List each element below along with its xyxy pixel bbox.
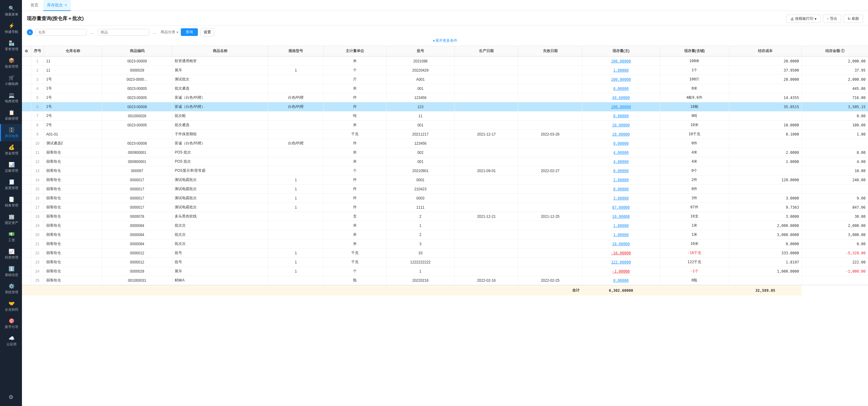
row-prod-date [455, 56, 518, 66]
sidebar-item-system[interactable]: ⚙️ 系统管理 [0, 280, 22, 298]
expand-conditions-button[interactable]: ▾ 展开更多条件 [433, 38, 457, 43]
sidebar-item-inventory[interactable]: 🗄️ 库存核查 [0, 124, 22, 141]
sidebar-item-basic[interactable]: ℹ️ 基础信息 [0, 263, 22, 280]
row-qty-aux: 0瓶 [660, 276, 729, 285]
row-qty-main[interactable]: 87.00000 [582, 203, 660, 212]
table-row[interactable]: 12 囍客给仓 000900001 POS 批次 米 001 4.00000 4… [22, 157, 868, 166]
sidebar-item-cloud[interactable]: ☁️ 云应用 [0, 332, 22, 350]
row-qty-main[interactable]: 4.00000 [582, 157, 660, 166]
table-row[interactable]: 5 1号 0023-00005 富诚（白色/钙橙） 白色/钙橙 件 123456… [22, 93, 868, 102]
row-qty-main[interactable]: 10.00000 [582, 212, 660, 221]
table-row[interactable]: 10 测试遴选2 0023-00008 富诚（白色/钙橙） 白色/钙橙 件 12… [22, 139, 868, 148]
filter-arrow-btn[interactable]: » [27, 29, 33, 35]
row-qty-main[interactable]: 1.00000 [582, 66, 660, 75]
table-row[interactable]: 7 2号 001000026 批次昵 吨 11 0.00000 0吨 0.00 [22, 111, 868, 121]
table-row[interactable]: 19 囍客给仓 0000084 批次次 米 1 1.00000 1米 2,000… [22, 221, 868, 230]
table-row[interactable]: 16 囍客给仓 0000017 测试电霸批次 1 件 0003 3.00000 … [22, 194, 868, 203]
row-batch: 20220216 [386, 276, 455, 285]
export-button[interactable]: ↑ 导出 [823, 14, 841, 23]
sidebar-item-quicknav[interactable]: ⚡ 快捷导航 [3, 20, 20, 37]
search-button[interactable]: 查询 [181, 28, 198, 36]
table-row[interactable]: 21 囍客给仓 0000084 批次次 米 3 10.00000 10米 0.0… [22, 239, 868, 248]
row-qty-main[interactable]: 100.00000 [582, 56, 660, 66]
table-row[interactable]: 2 11 0000029 展斥 1 个 20220429 1.00000 1个 … [22, 66, 868, 75]
table-row[interactable]: 14 囍客给仓 0000017 测试电霸批次 1 件 0001 2.00000 … [22, 175, 868, 184]
sidebar-item-collab[interactable]: 🤝 企业协同 [0, 298, 22, 315]
sidebar-item-ecommerce-small[interactable]: 🛒 小额电商 [0, 72, 22, 89]
table-row[interactable]: 18 囍客给仓 0000078 多头黑色软线 支 2 2021-12-21 20… [22, 212, 868, 221]
table-row[interactable]: 6 1号 0023-00008 富诚（白色/钙橙） 白色/钙橙 件 123 10… [22, 102, 868, 111]
table-row[interactable]: 3 1号 0023-0000… 测试批次 斤 A001 100.00000 10… [22, 75, 868, 84]
sidebar-item-retail[interactable]: 🏪 零售管理 [0, 37, 22, 55]
row-qty-main[interactable]: -1.00000 [582, 267, 660, 276]
row-qty-main[interactable]: 0.00000 [582, 139, 660, 148]
sidebar-item-wholesale[interactable]: 📦 批发管理 [0, 55, 22, 72]
row-code: 0000017 [102, 184, 172, 194]
table-row[interactable]: 1 11 0023-00009 软管通用炮管 米 2021098 100.000… [22, 56, 868, 66]
col-batch: 批号 [386, 46, 455, 56]
product-input[interactable] [98, 29, 149, 36]
sidebar-item-search[interactable]: 🔍 搜索菜单 [3, 2, 20, 20]
table-row[interactable]: 13 囍客给仓 000097 POS显示率/异常霸 个 20210901 202… [22, 166, 868, 175]
table-row[interactable]: 4 1号 0023-00005 批次遴选 米 001 0.00000 0米 44… [22, 84, 868, 93]
row-qty-main[interactable]: 100.00000 [582, 75, 660, 84]
row-qty-main[interactable]: 0.00000 [582, 166, 660, 175]
sidebar-item-guide[interactable]: 🎯 新手引导 [0, 315, 22, 332]
table-row[interactable]: 17 囍客给仓 0000017 测试电霸批次 1 件 1111 87.00000… [22, 203, 868, 212]
row-qty-main[interactable]: 100.00000 [582, 102, 660, 111]
row-qty-aux: 4船9.6件 [660, 93, 729, 102]
tab-inventory-batch[interactable]: 库存批次 × [43, 0, 71, 11]
row-qty-main[interactable]: 0.00000 [582, 276, 660, 285]
table-row[interactable]: 23 囍客给仓 0000012 批号 1 千克 1222222222 122.0… [22, 258, 868, 267]
table-row[interactable]: 8 2号 0023-00005 批次遴选 米 001 10.00000 10米 … [22, 121, 868, 130]
finance-icon: 💰 [8, 144, 14, 150]
row-prod-date [455, 175, 518, 184]
tab-home[interactable]: 首页 [26, 0, 43, 11]
sidebar-bottom: ⚙ [0, 391, 22, 406]
row-name: POS 批次 [172, 148, 268, 157]
row-qty-main[interactable]: 0.00000 [582, 184, 660, 194]
row-qty-main[interactable]: 1.00000 [582, 221, 660, 230]
set-button[interactable]: 设置 [200, 28, 214, 36]
sidebar-item-tax[interactable]: 📑 税务管理 [0, 194, 22, 211]
sidebar-item-salary[interactable]: 💵 工资 [0, 228, 22, 245]
row-warehouse: 2号 [43, 121, 102, 130]
table-row[interactable]: 24 囍客给仓 0000029 展斥 1 个 1 -1.00000 -1个 1,… [22, 267, 868, 276]
row-qty-main[interactable]: 0.00000 [582, 84, 660, 93]
row-qty-main[interactable]: 2.00000 [582, 175, 660, 184]
row-qty-main[interactable]: 0.00000 [582, 111, 660, 121]
col-warehouse: 仓库名称 [43, 46, 102, 56]
row-qty-main[interactable]: 122.00000 [582, 258, 660, 267]
sidebar-item-account[interactable]: 📊 总账管理 [0, 159, 22, 176]
retail-icon: 🏪 [8, 40, 14, 46]
row-exp-date [518, 102, 582, 111]
table-row[interactable]: 11 囍客给仓 000900001 POS 批次 米 002 4.00000 4… [22, 148, 868, 157]
print-button[interactable]: 🖨 按模板打印 ▾ [786, 14, 820, 23]
settings-button[interactable]: ⚙ [5, 391, 17, 404]
row-qty-main[interactable]: 10.00000 [582, 130, 660, 139]
row-qty-aux: 0吨 [660, 111, 729, 121]
table-row[interactable]: 9 A01-01 子件保质期组 千克 20211217 2021-12-17 2… [22, 130, 868, 139]
table-row[interactable]: 20 囍客给仓 0000084 批次次 米 2 1.00000 1米 3,000… [22, 230, 868, 239]
warehouse-input[interactable] [35, 29, 87, 36]
table-row[interactable]: 25 囍客给仓 001000031 鲜鲥A 瓶 20220216 2022-02… [22, 276, 868, 285]
row-qty-main[interactable]: 4.00000 [582, 148, 660, 157]
table-container[interactable]: ⚙ 序号 仓库名称 商品编码 商品名称 规格型号 主计量单位 批号 生产日期 失… [22, 46, 868, 406]
row-qty-main[interactable]: 3.00000 [582, 194, 660, 203]
refresh-button[interactable]: ↻ 刷新 [844, 14, 863, 23]
table-row[interactable]: 22 囍客给仓 0000012 批号 1 千克 33 -16.00000 -16… [22, 248, 868, 258]
row-qty-main[interactable]: 10.00000 [582, 239, 660, 248]
sidebar-item-finance[interactable]: 💰 资金管理 [0, 141, 22, 159]
row-qty-main[interactable]: 10.00000 [582, 121, 660, 130]
row-qty-main[interactable]: 49.60000 [582, 93, 660, 102]
sidebar-item-invoice[interactable]: 🧾 发票管理 [0, 176, 22, 194]
row-qty-main[interactable]: 1.00000 [582, 230, 660, 239]
row-qty-main[interactable]: -16.00000 [582, 248, 660, 258]
sidebar-item-assets[interactable]: 🏢 固定资产 [0, 211, 22, 228]
sidebar-item-purchase[interactable]: 📋 采购管理 [0, 107, 22, 124]
tab-close-icon[interactable]: × [65, 3, 67, 7]
sidebar-item-ecommerce[interactable]: 💻 电商管理 [0, 89, 22, 107]
table-row[interactable]: 15 囍客给仓 0000017 测试电霸批次 1 件 210423 0.0000… [22, 184, 868, 194]
row-qty-aux: 1个 [660, 66, 729, 75]
sidebar-item-ops[interactable]: 📈 经营管理 [0, 245, 22, 263]
